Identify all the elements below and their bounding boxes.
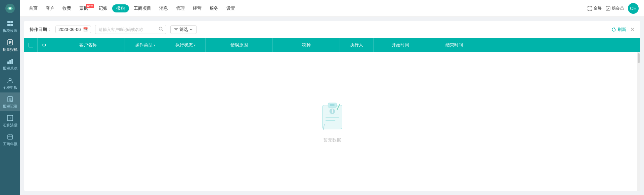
nav-fuwu[interactable]: 服务: [206, 4, 222, 13]
empty-illustration: [315, 100, 349, 133]
nav-xiaoxi[interactable]: 消息: [156, 4, 171, 13]
th-kehu-mingcheng: 客户名称: [51, 38, 125, 52]
svg-rect-28: [606, 6, 610, 10]
sidebar-item-label: 报税设置: [3, 29, 17, 33]
filter-label: 筛选: [179, 27, 188, 33]
th-zhixing-label: 执行状态: [175, 42, 193, 48]
refresh-button[interactable]: 刷新: [611, 27, 626, 33]
empty-text: 暂无数据: [324, 137, 341, 143]
nav-piaoju[interactable]: 票据 new: [76, 4, 94, 13]
svg-rect-4: [7, 24, 10, 26]
nav-gongshang-xiangmu[interactable]: 工商项目: [130, 4, 155, 13]
search-input[interactable]: [95, 26, 156, 33]
member-label: 畅会员: [612, 5, 624, 11]
nav-jingying[interactable]: 经营: [189, 4, 205, 13]
svg-point-1: [9, 7, 11, 9]
th-cuowu-yuanyin: 错误原因: [206, 38, 273, 52]
svg-point-42: [332, 112, 333, 113]
nav-shoufu[interactable]: 收费: [59, 4, 75, 13]
nav-kehu[interactable]: 客户: [42, 4, 58, 13]
select-all-checkbox[interactable]: [29, 43, 33, 47]
sidebar-item-label: 个税申报: [3, 85, 17, 90]
sidebar-item-huisuan-jiaona[interactable]: 汇算清缴: [0, 111, 20, 130]
search-box: [95, 25, 166, 34]
nav-zhangji[interactable]: 记账: [95, 4, 111, 13]
filter-icon: [174, 28, 178, 32]
svg-line-30: [162, 30, 163, 31]
sidebar-item-baoshui-jilu[interactable]: 报税记录: [0, 92, 20, 111]
th-settings[interactable]: ⚙: [38, 38, 51, 52]
topnav: 首页 客户 收费 票据 new 记账 报税 工商项目 消息 管理 经营: [20, 0, 644, 17]
date-label: 操作日期：: [30, 27, 51, 33]
date-picker[interactable]: 2023-06-06 📅: [55, 26, 91, 33]
search-button[interactable]: [156, 25, 166, 34]
scroll-track[interactable]: [637, 52, 640, 191]
sidebar-item-label: 报税总览: [3, 66, 17, 71]
nav-shezhi[interactable]: 设置: [223, 4, 239, 13]
piliang-baoshui-icon: [6, 38, 14, 46]
th-kehu-label: 客户名称: [79, 42, 97, 48]
th-zhixingren-label: 执行人: [350, 42, 363, 48]
svg-rect-12: [11, 59, 13, 64]
th-zhixing-zhuangtai[interactable]: 执行状态 ▾: [165, 38, 206, 52]
chevron-down-icon: [189, 28, 193, 31]
table-header: ⚙ 客户名称 操作类型 ▾ 执行状态 ▾ 错误原因 税种: [24, 38, 640, 52]
sidebar-item-baoshui-zonlan[interactable]: 报税总览: [0, 54, 20, 73]
main-area: 首页 客户 收费 票据 new 记账 报税 工商项目 消息 管理 经营: [20, 0, 644, 195]
calendar-icon: 📅: [83, 27, 88, 32]
th-jieshu-shijian: 结束时间: [427, 38, 481, 52]
sidebar-item-gongshang-nianbao[interactable]: 工商年报: [0, 130, 20, 149]
th-shuizhong: 税种: [273, 38, 340, 52]
table-card: 操作日期： 2023-06-06 📅: [24, 21, 640, 191]
svg-rect-36: [330, 104, 334, 106]
empty-state: 暂无数据: [315, 100, 349, 143]
th-kaishi-label: 开始时间: [392, 42, 409, 48]
app-logo: [0, 0, 20, 17]
th-caozuo-label: 操作类型: [135, 42, 153, 48]
baoshui-zonlan-icon: [6, 57, 14, 65]
fullscreen-button[interactable]: 全屏: [588, 5, 602, 11]
baoshui-shezhi-icon: [6, 20, 14, 28]
member-icon: [606, 6, 610, 11]
sidebar-item-label: 汇算清缴: [3, 123, 17, 127]
sidebar-item-baoshui-shezhi[interactable]: 报税设置: [0, 17, 20, 36]
column-settings-icon[interactable]: ⚙: [42, 42, 46, 48]
baoshui-jilu-icon: [6, 95, 14, 103]
toolbar-right: 刷新 ✕: [611, 26, 635, 33]
avatar[interactable]: CE: [628, 3, 639, 14]
geshui-shenbao-icon: [6, 76, 14, 84]
nav-baoshui[interactable]: 报税: [112, 4, 129, 12]
th-shuizhong-label: 税种: [302, 42, 311, 48]
huisuan-jiaona-icon: [6, 114, 14, 122]
svg-rect-24: [8, 135, 12, 139]
svg-rect-3: [10, 21, 13, 23]
nav-guanli[interactable]: 管理: [173, 4, 188, 13]
th-caozuo-leixing[interactable]: 操作类型 ▾: [125, 38, 165, 52]
toolbar: 操作日期： 2023-06-06 📅: [24, 21, 640, 38]
sort-caozuo-icon: ▾: [154, 43, 155, 47]
content-area: 操作日期： 2023-06-06 📅: [20, 17, 644, 195]
scroll-thumb[interactable]: [638, 53, 640, 63]
piaoju-badge: new: [86, 4, 94, 8]
th-kaishi-shijian: 开始时间: [374, 38, 427, 52]
gongshang-nianbao-icon: [6, 133, 14, 141]
sidebar-item-label: 工商年报: [3, 142, 17, 146]
close-button[interactable]: ✕: [630, 26, 635, 33]
sidebar: 报税设置 批量报税 报税总览: [0, 0, 20, 195]
svg-rect-10: [7, 62, 9, 64]
member-button[interactable]: 畅会员: [606, 5, 624, 11]
sidebar-item-label: 报税记录: [3, 104, 17, 109]
filter-button[interactable]: 筛选: [170, 25, 197, 34]
sidebar-item-label: 批量报税: [3, 47, 17, 52]
svg-rect-11: [9, 60, 11, 64]
nav-home[interactable]: 首页: [26, 4, 41, 13]
sidebar-item-piliang-baoshui[interactable]: 批量报税: [0, 36, 20, 54]
search-icon: [159, 27, 163, 31]
fullscreen-icon: [588, 6, 592, 11]
date-value: 2023-06-06: [58, 27, 81, 32]
table-body: 暂无数据: [24, 52, 640, 191]
svg-rect-5: [10, 24, 13, 26]
sidebar-item-geshui-shenbao[interactable]: 个税申报: [0, 74, 20, 92]
th-checkbox[interactable]: [24, 38, 38, 52]
th-jieshu-label: 结束时间: [445, 42, 463, 48]
